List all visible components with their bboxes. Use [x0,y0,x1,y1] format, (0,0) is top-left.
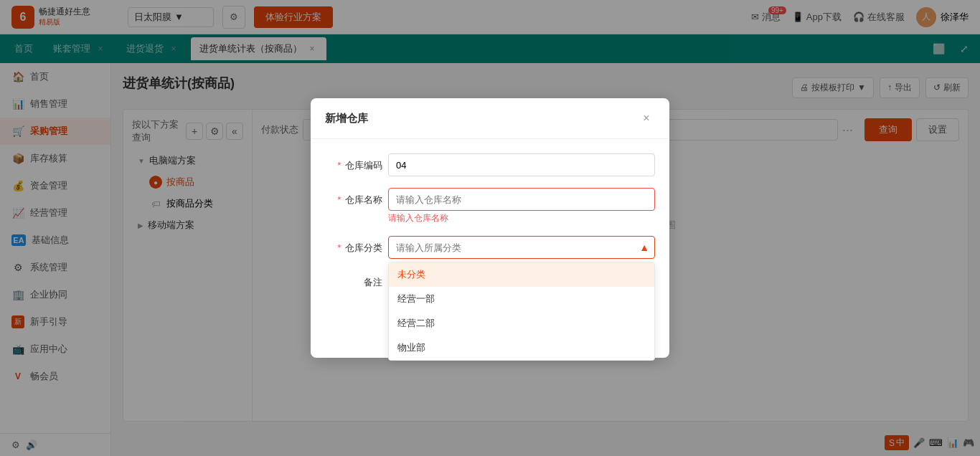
code-label: * 仓库编码 [325,153,382,172]
code-input-wrap [388,153,655,176]
chevron-up-icon[interactable]: ▲ [639,242,649,253]
name-label: * 仓库名称 [325,188,382,206]
category-label: * 仓库分类 [325,236,382,255]
dialog-close-button[interactable]: × [638,110,655,127]
dropdown-item-property[interactable]: 物业部 [389,336,654,360]
category-dropdown: 未分类 经营一部 经营二部 物业部 [388,262,655,361]
add-warehouse-dialog: 新增仓库 × * 仓库编码 * 仓库名称 [311,98,669,358]
category-field-row: * 仓库分类 ▲ 未分类 经营一部 经营二部 物业部 [325,236,655,259]
dropdown-item-dept2[interactable]: 经营二部 [389,311,654,336]
code-input[interactable] [388,153,655,176]
dropdown-item-dept1[interactable]: 经营一部 [389,287,654,311]
dialog-title: 新增仓库 [325,112,368,125]
dialog-body: * 仓库编码 * 仓库名称 请输入仓库名称 [311,139,669,319]
name-input-wrap: 请输入仓库名称 [388,188,655,224]
name-field-row: * 仓库名称 请输入仓库名称 [325,188,655,224]
name-input[interactable] [388,188,655,211]
code-field-row: * 仓库编码 [325,153,655,176]
dialog-header: 新增仓库 × [311,98,669,139]
category-input[interactable] [388,236,655,259]
note-label: 备注 [325,270,382,289]
name-error-msg: 请输入仓库名称 [388,212,655,224]
category-input-wrap: ▲ 未分类 经营一部 经营二部 物业部 [388,236,655,259]
overlay: 新增仓库 × * 仓库编码 * 仓库名称 [0,0,980,456]
dropdown-item-none[interactable]: 未分类 [389,262,654,287]
